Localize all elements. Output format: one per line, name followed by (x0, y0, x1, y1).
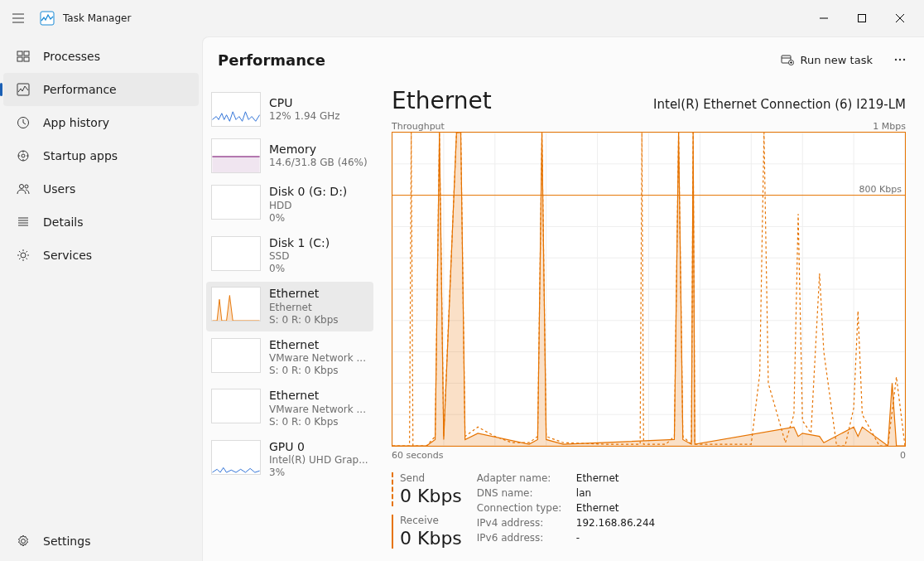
resource-item[interactable]: EthernetVMware Network ...S: 0 R: 0 Kbps (206, 384, 373, 433)
maximize-button[interactable] (843, 5, 881, 31)
svg-rect-1 (859, 15, 866, 22)
resource-sub2: 0% (269, 212, 347, 225)
page-title: Performance (218, 51, 325, 69)
nav-item-performance[interactable]: Performance (3, 73, 199, 106)
nav-label: Services (43, 249, 92, 262)
app-icon (40, 11, 55, 26)
nav-label: Processes (43, 50, 100, 63)
resource-item[interactable]: Disk 1 (C:)SSD0% (206, 231, 373, 281)
resource-thumb (211, 338, 261, 373)
info-value: Ethernet (576, 472, 655, 484)
resource-name: CPU (269, 96, 340, 111)
chart-marker-label: 800 Kbps (859, 184, 902, 195)
nav-label: Startup apps (43, 149, 118, 162)
run-new-task-button[interactable]: Run new task (772, 48, 881, 71)
info-value: 192.168.86.244 (576, 517, 655, 529)
svg-rect-4 (17, 57, 22, 61)
maximize-icon (858, 14, 866, 22)
nav-item-settings[interactable]: Settings (3, 525, 199, 558)
resource-name: Ethernet (269, 287, 339, 302)
resource-item[interactable]: Memory14.6/31.8 GB (46%) (206, 133, 373, 178)
svg-point-16 (895, 59, 897, 60)
info-grid: Adapter name:EthernetDNS name:lanConnect… (477, 472, 655, 549)
resource-item[interactable]: EthernetEthernetS: 0 R: 0 Kbps (206, 282, 373, 331)
resource-sub: Ethernet (269, 302, 339, 314)
resource-thumb (211, 236, 261, 271)
nav-item-services[interactable]: Services (3, 239, 199, 272)
resource-sub2: 3% (269, 467, 368, 479)
resource-thumb (211, 389, 261, 423)
startup-icon (15, 148, 31, 164)
resource-sub: HDD (269, 200, 347, 212)
svg-point-13 (22, 539, 26, 544)
detail-pane: Ethernet Intel(R) Ethernet Connection (6… (377, 82, 924, 561)
hamburger-icon (12, 12, 25, 25)
nav-item-apphistory[interactable]: App history (3, 106, 199, 139)
chart-label-tl: Throughput (392, 121, 445, 132)
resource-name: Memory (269, 143, 368, 157)
info-key: IPv4 address: (477, 517, 568, 529)
chart-label-tr: 1 Mbps (873, 121, 906, 132)
run-task-label: Run new task (801, 54, 873, 66)
resource-name: Disk 0 (G: D:) (269, 185, 347, 200)
resource-name: Ethernet (269, 389, 366, 404)
resource-sub: SSD (269, 250, 330, 263)
close-button[interactable] (881, 5, 919, 31)
nav-label: App history (43, 116, 109, 129)
resource-sub: VMware Network ... (269, 352, 366, 365)
run-task-icon (781, 53, 794, 66)
close-icon (896, 14, 904, 22)
send-block: Send 0 Kbps (392, 472, 462, 506)
users-icon (15, 181, 31, 197)
resource-list[interactable]: CPU12% 1.94 GHzMemory14.6/31.8 GB (46%)D… (203, 82, 377, 561)
processes-icon (15, 48, 31, 65)
svg-rect-2 (17, 51, 22, 56)
resource-sub: Intel(R) UHD Grap... (269, 454, 368, 467)
svg-point-10 (20, 185, 24, 189)
more-icon (893, 53, 907, 66)
nav-item-processes[interactable]: Processes (3, 40, 199, 73)
info-key: Connection type: (477, 502, 568, 514)
send-value: 0 Kbps (400, 486, 462, 506)
info-value: lan (576, 487, 655, 499)
chart-label-bl: 60 seconds (392, 450, 443, 461)
resource-item[interactable]: Disk 0 (G: D:)HDD0% (206, 180, 373, 230)
resource-thumb (211, 185, 261, 220)
svg-point-9 (22, 154, 25, 157)
resource-sub2: 0% (269, 263, 330, 275)
chart-label-br: 0 (900, 450, 906, 461)
nav-item-details[interactable]: Details (3, 206, 199, 239)
resource-sub2: S: 0 R: 0 Kbps (269, 365, 366, 377)
info-key: DNS name: (477, 487, 568, 499)
details-icon (15, 214, 31, 230)
info-key: Adapter name: (477, 472, 568, 484)
resource-sub: VMware Network ... (269, 404, 366, 416)
nav-item-startup[interactable]: Startup apps (3, 139, 199, 172)
detail-title: Ethernet (392, 87, 492, 114)
resource-thumb (211, 92, 261, 127)
info-value: Ethernet (576, 502, 655, 514)
content-header: Performance Run new task (203, 37, 924, 82)
more-button[interactable] (886, 47, 914, 72)
send-label: Send (400, 472, 462, 484)
resource-item[interactable]: EthernetVMware Network ...S: 0 R: 0 Kbps (206, 333, 373, 383)
nav-item-users[interactable]: Users (3, 172, 199, 206)
resource-sub2: S: 0 R: 0 Kbps (269, 416, 366, 428)
throughput-chart: 800 Kbps (392, 132, 906, 447)
resource-sub: 14.6/31.8 GB (46%) (269, 157, 368, 169)
minimize-button[interactable] (805, 5, 843, 31)
performance-icon (15, 81, 31, 98)
svg-point-12 (21, 253, 26, 258)
hamburger-button[interactable] (0, 0, 36, 36)
info-value: - (576, 532, 655, 544)
resource-item[interactable]: GPU 0Intel(R) UHD Grap...3% (206, 435, 373, 485)
svg-rect-19 (212, 157, 259, 172)
resource-item[interactable]: CPU12% 1.94 GHz (206, 87, 373, 132)
metrics-block: Send 0 Kbps Receive 0 Kbps Adapter name:… (392, 472, 906, 549)
resource-thumb (211, 287, 261, 322)
nav-label: Performance (43, 83, 117, 96)
minimize-icon (820, 14, 828, 22)
svg-point-11 (25, 185, 28, 188)
svg-rect-3 (24, 51, 29, 56)
resource-name: Disk 1 (C:) (269, 236, 330, 251)
